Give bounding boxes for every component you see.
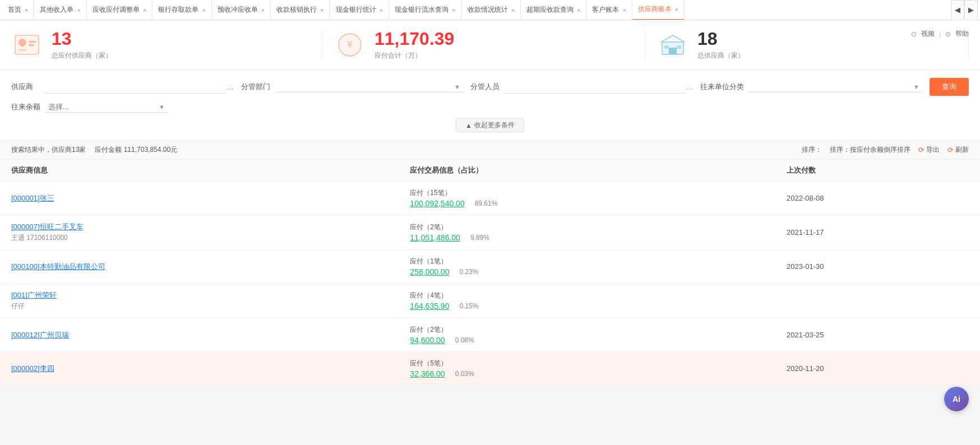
- nav-tab-pre-collect[interactable]: 预收冲应收单 ×: [212, 0, 271, 20]
- table-header: 供应商信息 应付交易信息（占比） 上次付数: [0, 160, 980, 182]
- refresh-label: 刷新: [955, 145, 969, 155]
- collapse-button-label: 收起更多条件: [474, 120, 515, 130]
- nav-tab-overdue-ar-close[interactable]: ×: [577, 7, 580, 13]
- summary-text-total: 18 总供应商（家）: [697, 30, 745, 61]
- supplier-ellipsis-btn[interactable]: …: [226, 82, 234, 91]
- nav-tab-other-income-close[interactable]: ×: [77, 7, 80, 13]
- last-payment-cell: [775, 284, 980, 318]
- last-payment-date: 2020-11-20: [787, 364, 824, 373]
- summary-icon-payable: [11, 29, 43, 61]
- table-row: [000007]恒旺二手叉车 王通 17106110000 应付（2笔） 11,…: [0, 215, 980, 250]
- summary-text-amount: 11,170.39 应付合计（万）: [375, 30, 454, 61]
- balance-filter-input[interactable]: [48, 103, 159, 111]
- supplier-sub: 王通 17106110000: [11, 233, 387, 243]
- summary-icon-amount: ¥: [334, 29, 366, 61]
- nav-tab-ar-ap-adjust-label: 应收应付调整单: [93, 5, 140, 15]
- data-table-wrap: 供应商信息 应付交易信息（占比） 上次付数 [000001]张三 应付（15笔）…: [0, 160, 980, 386]
- amount-link[interactable]: 94,600.00: [410, 336, 445, 345]
- transaction-info-cell: 应付（1笔） 258,000.00 0.23%: [399, 250, 775, 284]
- nav-tab-overdue-ar[interactable]: 超期应收款查询 ×: [521, 0, 586, 20]
- nav-tab-cash-bank-stat-close[interactable]: ×: [380, 7, 383, 13]
- category-filter-input[interactable]: [752, 82, 914, 91]
- nav-tab-home-close[interactable]: ×: [25, 7, 28, 13]
- nav-tab-bank-deposit-label: 银行存取款单: [158, 5, 198, 15]
- search-button[interactable]: 查询: [930, 78, 969, 96]
- nav-tab-cash-bank-flow-close[interactable]: ×: [452, 7, 455, 13]
- amount-link[interactable]: 11,051,486.00: [410, 233, 460, 242]
- export-icon: ⟳: [918, 146, 924, 154]
- nav-tab-bank-deposit-close[interactable]: ×: [202, 7, 205, 13]
- person-filter-label: 分管人员: [470, 82, 500, 92]
- result-bar-left: 搜索结果中，供应商13家 应付金额 111,703,854.00元: [11, 145, 177, 155]
- nav-tab-home[interactable]: 首页 ×: [2, 0, 34, 20]
- amount-link[interactable]: 32,366.00: [410, 369, 445, 378]
- filter-row-1: 供应商 … 分管部门 ▼ 分管人员 … 往来单位分类 ▼ 查询: [11, 78, 969, 96]
- nav-tab-cash-bank-flow[interactable]: 现金银行流水查询 ×: [389, 0, 461, 20]
- nav-tab-cash-bank-stat[interactable]: 现金银行统计 ×: [330, 0, 389, 20]
- export-link[interactable]: ⟳ 导出: [918, 145, 940, 155]
- dept-filter-input[interactable]: [278, 82, 455, 91]
- supplier-link[interactable]: [000002]李四: [11, 364, 54, 373]
- amount-link[interactable]: 164,635.90: [410, 302, 449, 310]
- amount-link[interactable]: 258,000.00: [410, 267, 449, 276]
- nav-arrow-right[interactable]: ▶: [964, 0, 978, 20]
- supplier-filter-label: 供应商: [11, 82, 39, 92]
- balance-filter-label: 往来余额: [11, 102, 40, 112]
- video-link[interactable]: 视频: [921, 29, 935, 39]
- nav-tab-other-income[interactable]: 其他收入单 ×: [34, 0, 86, 20]
- supplier-table: 供应商信息 应付交易信息（占比） 上次付数 [000001]张三 应付（15笔）…: [0, 160, 980, 386]
- nav-tab-overdue-ar-label: 超期应收款查询: [526, 5, 574, 15]
- refresh-link[interactable]: ⟳ 刷新: [947, 145, 969, 155]
- nav-tab-payment-verify[interactable]: 收款核销执行 ×: [271, 0, 330, 20]
- category-dropdown-icon[interactable]: ▼: [913, 84, 919, 90]
- nav-tab-collect-stat-close[interactable]: ×: [511, 7, 515, 13]
- last-payment-date: 2021-03-25: [787, 331, 824, 339]
- table-row: [001]广州荣轩 仔仔 应付（4笔） 164,635.90 0.15%: [0, 284, 980, 318]
- top-right-links: ⊙ 视频 | ⊙ 帮助: [911, 29, 969, 39]
- collapse-button[interactable]: ▲ 收起更多条件: [456, 118, 524, 132]
- circle-icon: ⊙: [911, 30, 917, 38]
- last-payment-cell: 2020-11-20: [775, 352, 980, 386]
- supplier-link[interactable]: [001]广州荣轩: [11, 291, 57, 299]
- help-link[interactable]: 帮助: [955, 29, 969, 39]
- last-payment-cell: 2021-03-25: [775, 318, 980, 352]
- supplier-link[interactable]: [000100]本特勤油品有限公司: [11, 262, 105, 271]
- nav-tab-home-label: 首页: [8, 5, 21, 15]
- supplier-info-cell: [000007]恒旺二手叉车 王通 17106110000: [0, 215, 399, 250]
- nav-tab-customer-book-close[interactable]: ×: [622, 7, 626, 13]
- nav-tab-collect-stat[interactable]: 收款情况统计 ×: [462, 0, 521, 20]
- balance-dropdown-icon[interactable]: ▼: [159, 104, 165, 110]
- nav-tab-pre-collect-close[interactable]: ×: [261, 7, 265, 13]
- percent-text: 89.61%: [469, 200, 498, 207]
- nav-tab-customer-book[interactable]: 客户账本 ×: [586, 0, 632, 20]
- supplier-sub: 仔仔: [11, 302, 387, 311]
- table-row: [000001]张三 应付（15笔） 100,092,540.00 89.61%…: [0, 182, 980, 215]
- sort-value[interactable]: 排序：按应付余额倒序排序: [830, 145, 910, 155]
- payable-total-label: 应付合计（万）: [375, 51, 454, 61]
- supplier-link[interactable]: [000012]广州贝瑞: [11, 331, 69, 339]
- person-filter-input[interactable]: [504, 80, 686, 94]
- nav-tab-supplier-book[interactable]: 供应商账本 ×: [632, 0, 685, 20]
- nav-tab-ar-ap-adjust[interactable]: 应收应付调整单 ×: [87, 0, 152, 20]
- result-amount-text: 应付金额 111,703,854.00元: [95, 145, 177, 155]
- percent-text: 9.89%: [465, 234, 489, 242]
- percent-text: 0.15%: [454, 302, 478, 310]
- nav-tab-payment-verify-close[interactable]: ×: [320, 7, 323, 13]
- amount-link[interactable]: 100,092,540.00: [410, 199, 464, 208]
- nav-tab-ar-ap-adjust-close[interactable]: ×: [143, 7, 146, 13]
- transaction-label: 应付（4笔）: [410, 291, 764, 300]
- svg-rect-10: [677, 45, 681, 49]
- nav-arrow-left[interactable]: ◀: [951, 0, 964, 20]
- percent-text: 0.23%: [454, 268, 478, 276]
- nav-tab-supplier-book-close[interactable]: ×: [675, 6, 678, 13]
- svg-rect-8: [669, 48, 677, 54]
- filter-supplier: 供应商 …: [11, 80, 234, 94]
- summary-item-payable-suppliers: 13 总应付供应商（家）: [11, 29, 323, 61]
- col-supplier-info: 供应商信息: [0, 160, 399, 182]
- supplier-filter-input[interactable]: [44, 80, 226, 94]
- supplier-link[interactable]: [000007]恒旺二手叉车: [11, 222, 84, 231]
- supplier-link[interactable]: [000001]张三: [11, 194, 54, 202]
- dept-dropdown-icon[interactable]: ▼: [454, 84, 460, 90]
- nav-tab-bank-deposit[interactable]: 银行存取款单 ×: [152, 0, 211, 20]
- person-ellipsis-btn[interactable]: …: [686, 82, 694, 91]
